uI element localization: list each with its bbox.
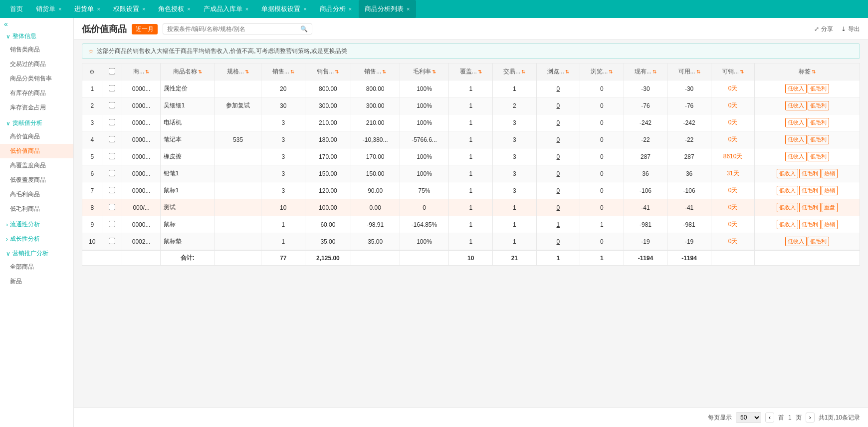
th-trade[interactable]: 交易...⇅ [493,63,537,80]
row-checkbox[interactable] [109,221,115,227]
row-checkbox[interactable] [109,204,115,210]
browse1-link[interactable]: 0 [557,238,560,245]
nav-product-entry[interactable]: 产成品入库单 × [198,0,254,18]
td-browse1[interactable]: 0 [536,182,580,199]
browse1-link[interactable]: 0 [557,136,560,143]
close-icon[interactable]: × [187,6,190,12]
nav-product-analysis[interactable]: 商品分析 × [314,0,358,18]
td-browse1[interactable]: 0 [536,199,580,216]
row-checkbox[interactable] [109,119,115,125]
sidebar-item-low-margin[interactable]: 低毛利商品 [0,202,73,216]
td-browse1[interactable]: 0 [536,97,580,114]
sidebar-item-new-products[interactable]: 新品 [0,274,73,289]
sidebar-group-marketing[interactable]: ∨ 营销推广分析 [0,245,73,260]
browse1-link[interactable]: 0 [557,153,560,160]
td-checkbox[interactable] [102,199,122,216]
td-browse1[interactable]: 0 [536,114,580,131]
sidebar-item-low-value[interactable]: 低价值商品 [0,144,73,158]
first-page-button[interactable]: ‹ [765,413,774,423]
td-checkbox[interactable] [102,97,122,114]
nav-role-auth[interactable]: 角色授权 × [152,0,196,18]
sidebar-group-overall[interactable]: ∨ 整体信息 [0,28,73,42]
th-saleable[interactable]: 可销...⇅ [711,63,755,80]
per-page-select[interactable]: 50 100 200 [736,412,761,423]
th-sales2[interactable]: 销售...⇅ [305,63,351,80]
row-checkbox[interactable] [109,102,115,108]
th-browse2[interactable]: 浏览...⇅ [580,63,624,80]
table-wrapper[interactable]: ⚙ 商...⇅ 商品名称⇅ 规格...⇅ 销售...⇅ 销售...⇅ 销售...… [74,63,868,408]
close-icon[interactable]: × [303,6,306,12]
row-checkbox[interactable] [109,238,115,244]
collapse-button[interactable]: « [2,20,10,28]
th-sales3[interactable]: 销售...⇅ [351,63,400,80]
time-filter-button[interactable]: 近一月 [132,24,158,34]
td-checkbox[interactable] [102,148,122,165]
row-checkbox[interactable] [109,170,115,176]
sidebar-item-all-products[interactable]: 全部商品 [0,260,73,274]
row-checkbox[interactable] [109,153,115,159]
nav-permissions[interactable]: 权限设置 × [107,0,151,18]
sidebar-item-inventory-capital[interactable]: 库存资金占用 [0,100,73,115]
th-coverage[interactable]: 覆盖...⇅ [449,63,493,80]
td-checkbox[interactable] [102,233,122,251]
sidebar-group-growth[interactable]: › 成长性分析 [0,231,73,245]
browse1-link[interactable]: 0 [557,187,560,194]
browse1-link[interactable]: 0 [557,102,560,109]
sidebar-item-traded-products[interactable]: 交易过的商品 [0,57,73,71]
close-icon[interactable]: × [349,6,352,12]
close-icon[interactable]: × [407,6,410,12]
td-browse1[interactable]: 0 [536,80,580,97]
th-tags[interactable]: 标签⇅ [755,63,860,80]
search-icon[interactable]: 🔍 [300,25,308,32]
th-spec[interactable]: 规格...⇅ [215,63,261,80]
td-browse1[interactable]: 0 [536,233,580,251]
sidebar-item-high-value[interactable]: 高价值商品 [0,129,73,144]
browse1-link[interactable]: 1 [557,221,560,228]
td-browse1[interactable]: 1 [536,216,580,233]
th-available[interactable]: 可用...⇅ [667,63,711,80]
nav-purchase-order[interactable]: 进货单 × [68,0,106,18]
sidebar-group-contribution[interactable]: ∨ 贡献值分析 [0,115,73,129]
next-page-button[interactable]: › [806,413,815,423]
nav-sales-order[interactable]: 销货单 × [30,0,67,18]
td-browse1[interactable]: 0 [536,131,580,148]
close-icon[interactable]: × [97,6,100,12]
sidebar-item-stocked-products[interactable]: 有库存的商品 [0,86,73,100]
nav-product-analysis-list[interactable]: 商品分析列表 × [359,0,416,18]
close-icon[interactable]: × [142,6,145,12]
th-browse1[interactable]: 浏览...⇅ [536,63,580,80]
export-button[interactable]: ⤓ 导出 [841,25,860,33]
th-current[interactable]: 现有...⇅ [624,63,667,80]
td-checkbox[interactable] [102,131,122,148]
sidebar-item-high-coverage[interactable]: 高覆盖度商品 [0,158,73,173]
td-checkbox[interactable] [102,182,122,199]
search-input[interactable] [167,25,298,32]
browse1-link[interactable]: 0 [557,119,560,126]
sidebar-item-sales-products[interactable]: 销售类商品 [0,42,73,57]
share-button[interactable]: ⤢ 分享 [814,25,833,33]
sidebar-item-high-margin[interactable]: 高毛利商品 [0,187,73,202]
close-icon[interactable]: × [58,6,61,12]
td-checkbox[interactable] [102,165,122,182]
sidebar-group-liquidity[interactable]: › 流通性分析 [0,216,73,231]
td-checkbox[interactable] [102,216,122,233]
td-browse1[interactable]: 0 [536,165,580,182]
row-checkbox[interactable] [109,136,115,142]
browse1-link[interactable]: 0 [557,85,560,92]
th-sales1[interactable]: 销售...⇅ [261,63,305,80]
nav-home[interactable]: 首页 [4,0,29,18]
td-checkbox[interactable] [102,80,122,97]
nav-template-settings[interactable]: 单据模板设置 × [255,0,312,18]
select-all-checkbox[interactable] [109,68,115,74]
row-checkbox[interactable] [109,85,115,91]
row-checkbox[interactable] [109,187,115,193]
th-settings[interactable]: ⚙ [82,63,102,80]
close-icon[interactable]: × [245,6,248,12]
td-browse1[interactable]: 0 [536,148,580,165]
th-gross-rate[interactable]: 毛利率⇅ [400,63,449,80]
browse1-link[interactable]: 0 [557,204,560,211]
browse1-link[interactable]: 0 [557,170,560,177]
th-code[interactable]: 商...⇅ [122,63,160,80]
sidebar-item-low-coverage[interactable]: 低覆盖度商品 [0,173,73,187]
sidebar-item-category-sales-rate[interactable]: 商品分类销售率 [0,71,73,86]
